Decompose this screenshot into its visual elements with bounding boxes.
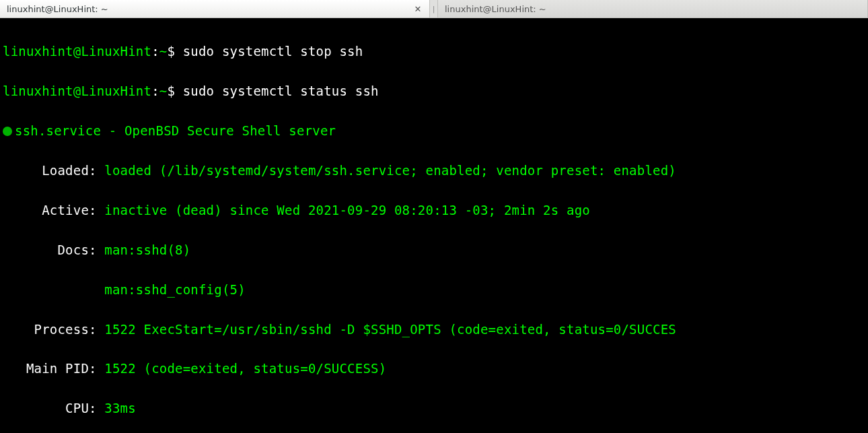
- tab-separator: |: [430, 0, 438, 18]
- command-text: sudo systemctl stop ssh: [183, 44, 363, 59]
- status-process: Process: 1522 ExecStart=/usr/sbin/sshd -…: [3, 320, 865, 339]
- terminal-output[interactable]: linuxhint@LinuxHint:~$ sudo systemctl st…: [0, 18, 868, 433]
- status-loaded: Loaded: loaded (/lib/systemd/system/ssh.…: [3, 161, 865, 180]
- terminal-tab-1[interactable]: linuxhint@LinuxHint: ~ ✕: [0, 0, 430, 18]
- status-header: ssh.service - OpenBSD Secure Shell serve…: [3, 121, 865, 141]
- tab-label: linuxhint@LinuxHint: ~: [445, 4, 861, 14]
- prompt-line: linuxhint@LinuxHint:~$ sudo systemctl st…: [3, 42, 865, 61]
- command-text: sudo systemctl status ssh: [183, 84, 379, 98]
- prompt-line: linuxhint@LinuxHint:~$ sudo systemctl st…: [3, 81, 865, 101]
- prompt-user-host: linuxhint@LinuxHint: [3, 84, 151, 98]
- status-docs: Docs: man:sshd(8): [3, 240, 865, 260]
- terminal-tab-2[interactable]: linuxhint@LinuxHint: ~: [438, 0, 868, 18]
- status-dot-icon: [3, 127, 12, 136]
- prompt-user-host: linuxhint@LinuxHint: [3, 44, 151, 59]
- status-cpu: CPU: 33ms: [3, 399, 865, 418]
- status-mainpid: Main PID: 1522 (code=exited, status=0/SU…: [3, 359, 865, 378]
- status-docs-2: man:sshd_config(5): [3, 280, 865, 300]
- status-active: Active: inactive (dead) since Wed 2021-0…: [3, 201, 865, 220]
- close-icon[interactable]: ✕: [413, 4, 423, 13]
- tab-label: linuxhint@LinuxHint: ~: [7, 4, 408, 14]
- tab-bar: linuxhint@LinuxHint: ~ ✕ | linuxhint@Lin…: [0, 0, 868, 18]
